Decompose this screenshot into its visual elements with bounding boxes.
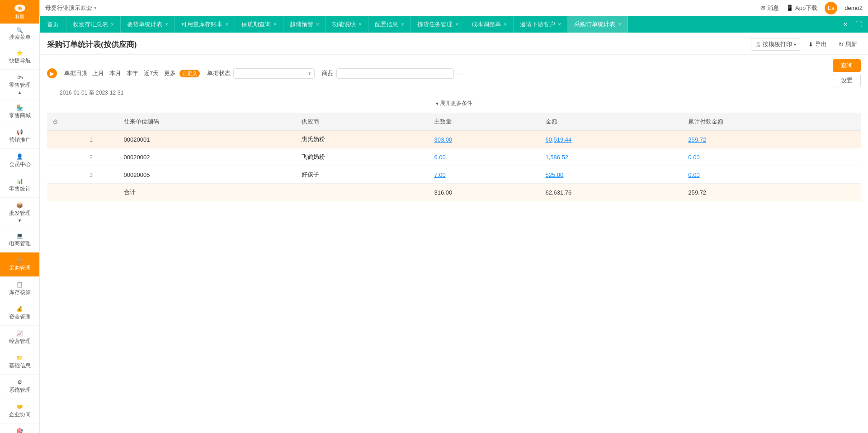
sidebar-item-marketing[interactable]: 📢 营销推广 [0,124,39,149]
tab-shelf-life-close[interactable]: × [274,21,277,28]
finance-icon: 💰 [16,306,23,312]
row-amount[interactable]: 1,586.52 [540,148,683,166]
date-btn-more[interactable]: 更多 [162,69,178,78]
tab-available-stock-close[interactable]: × [225,21,228,28]
row-paid-amount[interactable]: 0.00 [683,166,861,184]
column-settings-icon[interactable]: ⚙ [52,118,58,125]
template-print-dropdown-icon: ▾ [794,42,796,47]
message-button[interactable]: ✉ 消息 [760,4,779,12]
tab-cost-adjust-close[interactable]: × [504,21,507,28]
tab-pick-task[interactable]: 拣货任务管理 × [411,16,465,33]
home-label: 首页 [47,20,59,29]
tab-shelf-life[interactable]: 保质期查询 × [235,16,283,33]
workspace-selector[interactable]: 母婴行业演示账套 ▾ [45,4,97,12]
tab-pick-task-close[interactable]: × [455,21,458,28]
tab-receive-summary[interactable]: 收发存汇总表 × [66,16,121,33]
expand-more-button[interactable]: ▾ 展开更多条件 [436,100,472,107]
template-print-button[interactable]: 🖨 按模板打印 ▾ [751,38,800,51]
export-label: 导出 [815,40,827,48]
row-quantity[interactable]: 6.00 [429,148,540,166]
date-btn-this-month[interactable]: 本月 [108,69,123,78]
tab-config-info[interactable]: 配置信息 × [368,16,411,33]
tab-overstock[interactable]: 超储预警 × [283,16,326,33]
more-options-link[interactable]: ··· [457,70,465,77]
tab-function-desc[interactable]: 功能说明 × [326,16,368,33]
filter-area: ▶ 单据日期 上月 本月 本年 近7天 更多 自定义 单据状态 [40,55,868,113]
sidebar-item-inventory[interactable]: 📋 库存核算 [0,277,39,301]
row-quantity[interactable]: 303.00 [429,131,540,148]
row-amount[interactable]: 525.80 [540,166,683,184]
row-paid-amount[interactable]: 0.00 [683,148,861,166]
export-icon: ⬇ [808,41,813,48]
sidebar-item-basic-info[interactable]: 📁 基础信息 [0,350,39,375]
filter-toggle-button[interactable]: ▶ [47,68,57,78]
tab-requisition-close[interactable]: × [165,21,168,28]
table-footer-row: 合计 316.00 62,631.76 259.72 [47,184,861,201]
tab-receive-summary-close[interactable]: × [111,21,114,28]
tab-purchase-summary-close[interactable]: × [618,21,621,28]
row-amount[interactable]: 60,519.44 [540,131,683,148]
member-icon: 👤 [16,153,23,160]
tab-cost-adjust[interactable]: 成本调整单 × [465,16,514,33]
avatar[interactable]: Ea [825,2,837,14]
tab-config-info-label: 配置信息 [375,20,398,29]
sidebar-item-retail[interactable]: 🛍 零售管理 ▲ [0,70,39,100]
tab-available-stock-label: 可用量库存账本 [181,20,222,29]
new-guide-icon: 🎯 [16,428,23,433]
filter-settings-button[interactable]: 设置 [833,74,861,87]
search-button[interactable]: 查询 [833,59,861,72]
date-btn-last-month[interactable]: 上月 [90,69,106,78]
tab-requisition[interactable]: 要货单统计表 × [121,16,175,33]
product-input[interactable] [336,68,454,79]
sidebar-item-quick-nav[interactable]: ⭐ 快捷导航 [0,45,39,70]
sidebar-item-ecommerce[interactable]: 💻 电商管理 [0,228,39,252]
operations-icon: 📈 [16,330,23,337]
refresh-icon: ↻ [839,41,844,48]
status-select[interactable] [233,68,315,79]
row-settings [47,148,64,166]
date-btn-7days[interactable]: 近7天 [142,69,160,78]
tab-invite-downstream-close[interactable]: × [558,21,561,28]
sidebar-item-retail-stats[interactable]: 📊 零售统计 [0,173,39,198]
sidebar-item-finance[interactable]: 💰 资金管理 [0,301,39,326]
row-paid-amount[interactable]: 259.72 [683,131,861,148]
sidebar-item-operations[interactable]: 📈 经营管理 [0,326,39,350]
row-quantity[interactable]: 7.00 [429,166,540,184]
sidebar-item-member[interactable]: 👤 会员中心 [0,149,39,173]
app-logo[interactable]: 畅 标题 [0,0,39,24]
tab-available-stock[interactable]: 可用量库存账本 × [175,16,235,33]
ecommerce-icon: 💻 [16,233,23,239]
custom-date-badge[interactable]: 自定义 [179,70,200,77]
tab-function-desc-close[interactable]: × [359,21,362,28]
tab-invite-downstream[interactable]: 邀请下游客户 × [514,16,568,33]
sidebar-item-system[interactable]: ⚙ 系统管理 [0,375,39,399]
sidebar-item-retail-mall[interactable]: 🏪 零售商城 [0,100,39,124]
tab-overstock-close[interactable]: × [316,21,319,28]
tab-config-info-close[interactable]: × [401,21,404,28]
workspace-dropdown-icon: ▾ [94,5,97,11]
sidebar-item-purchase[interactable]: 🛒 采购管理 [0,252,39,277]
refresh-button[interactable]: ↻ 刷新 [835,38,861,50]
export-button[interactable]: ⬇ 导出 [805,38,830,50]
logo-text: 标题 [15,14,24,20]
sidebar-member-label: 会员中心 [9,161,31,168]
purchase-icon: 🛒 [16,257,23,263]
sidebar-item-new-guide[interactable]: 🎯 新手引导 [0,423,39,433]
username[interactable]: demo2 [844,5,863,11]
tab-home[interactable]: 首页 [40,16,66,33]
tab-close-all-button[interactable]: ✕ [840,19,851,30]
sidebar-item-enterprise[interactable]: 🤝 企业协同 [0,399,39,423]
date-btn-this-year[interactable]: 本年 [125,69,140,78]
sidebar-item-search[interactable]: 🔍 搜索菜单 [0,24,39,45]
tab-purchase-summary[interactable]: 采购订单统计表 × [568,16,628,33]
filter-row: ▶ 单据日期 上月 本月 本年 近7天 更多 自定义 单据状态 [47,59,861,87]
tab-maximize-button[interactable]: ⛶ [853,19,864,30]
app-download-button[interactable]: 📱 App下载 [786,4,817,12]
tab-requisition-label: 要货单统计表 [127,20,162,29]
search-icon: 🔍 [3,27,37,33]
sidebar-retail-mall-label: 零售商城 [9,112,31,119]
chevron-down-icon2: ▼ [18,218,22,223]
sidebar-item-wholesale[interactable]: 📦 批发管理 ▼ [0,198,39,228]
sidebar-ecommerce-label: 电商管理 [9,240,31,247]
row-index: 2 [64,148,118,166]
